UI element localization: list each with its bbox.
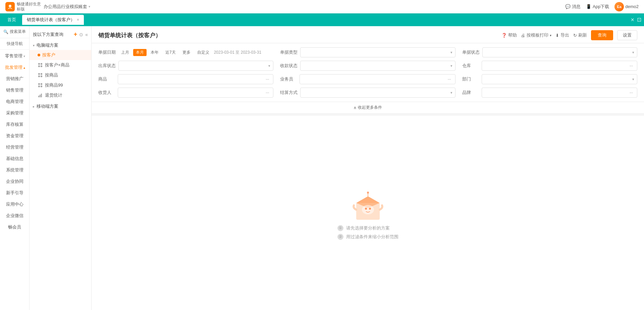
- sidebar-item-system[interactable]: 系统管理: [0, 164, 29, 176]
- panel-actions: + ⊙ «: [74, 31, 88, 38]
- sidebar-item-cooperation[interactable]: 企业协同: [0, 176, 29, 187]
- sidebar-item-member[interactable]: 畅会员: [0, 221, 29, 233]
- filter-group-order-type: 单据类型: [280, 47, 455, 57]
- scheme-group-desktop-header[interactable]: ▾ 电脑端方案: [30, 41, 91, 50]
- date-tab-more[interactable]: 更多: [180, 49, 193, 56]
- settings-button[interactable]: 设置: [617, 30, 637, 40]
- export-btn[interactable]: ⬇ 导出: [555, 32, 569, 38]
- order-status-arrow: [632, 50, 634, 55]
- brand-more-btn[interactable]: ···: [628, 90, 634, 95]
- help-btn[interactable]: ❓ 帮助: [501, 32, 517, 38]
- brand-control[interactable]: ···: [482, 88, 637, 98]
- collection-status-control[interactable]: [300, 61, 455, 71]
- empty-tip-1: ① 请先选择要分析的方案: [337, 225, 398, 231]
- refresh-btn[interactable]: ↻ 刷新: [573, 32, 587, 38]
- svg-rect-5: [38, 73, 40, 75]
- settlement-arrow: [450, 91, 452, 95]
- department-control[interactable]: [482, 74, 637, 84]
- system-title[interactable]: 办公用品行业模拟账套: [44, 4, 90, 10]
- query-button[interactable]: 查询: [591, 30, 613, 40]
- filter-group-receiver: 收货人 ···: [98, 88, 273, 98]
- date-tab-this-month[interactable]: 本月: [133, 49, 147, 56]
- svg-rect-12: [41, 86, 42, 87]
- settlement-control[interactable]: [300, 88, 455, 98]
- svg-rect-13: [38, 96, 39, 97]
- tab-home[interactable]: 首页: [3, 15, 21, 25]
- panel-add-btn[interactable]: +: [74, 31, 77, 38]
- user-menu[interactable]: Ea demo2: [614, 2, 639, 11]
- sidebar-item-finance[interactable]: 资金管理: [0, 130, 29, 142]
- date-tab-7days[interactable]: 近7天: [163, 49, 178, 56]
- salesperson-more-btn[interactable]: ···: [446, 77, 452, 82]
- warehouse-more-btn[interactable]: ···: [628, 63, 634, 68]
- sidebar-item-retail[interactable]: 零售管理: [0, 50, 29, 62]
- message-icon: 💬: [565, 4, 571, 9]
- tab-active[interactable]: 销货单统计表（按客户） ×: [22, 15, 84, 25]
- receiver-more-btn[interactable]: ···: [264, 90, 270, 95]
- panel-title: 按以下方案查询: [33, 32, 63, 38]
- date-tab-this-year[interactable]: 本年: [148, 49, 161, 56]
- empty-tips: ① 请先选择要分析的方案 ② 用过滤条件来缩小分析范围: [337, 225, 398, 240]
- order-type-control[interactable]: [300, 47, 455, 57]
- sidebar-item-sales[interactable]: 销售管理: [0, 85, 29, 96]
- sidebar-item-inventory[interactable]: 库存核算: [0, 119, 29, 130]
- sidebar: 🔍 搜索菜单 快捷导航 零售管理 批发管理 ▴ 营销推广 销售管理 电商管: [0, 26, 30, 310]
- svg-point-0: [9, 5, 11, 7]
- scheme-item-customer-goods[interactable]: 按客户+商品: [30, 60, 91, 70]
- tab-close-window-btn[interactable]: ×: [631, 16, 634, 23]
- order-type-arrow: [450, 50, 452, 55]
- app-download-icon: 📱: [586, 4, 591, 9]
- filter-group-out-status: 出库状态: [98, 61, 273, 71]
- scheme-item-return-stats[interactable]: 退货统计: [30, 90, 91, 100]
- sidebar-item-ecommerce[interactable]: 电商管理: [0, 96, 29, 107]
- svg-point-19: [362, 205, 374, 214]
- salesperson-control[interactable]: ···: [300, 74, 455, 84]
- page-actions: ❓ 帮助 🖨 按模板打印 ⬇ 导出 ↻ 刷新 查询 设置: [501, 30, 637, 40]
- sidebar-item-purchase[interactable]: 采购管理: [0, 107, 29, 119]
- print-icon: 🖨: [521, 33, 525, 38]
- svg-rect-4: [41, 65, 42, 67]
- svg-rect-1: [38, 63, 40, 65]
- receiver-control[interactable]: ···: [118, 88, 273, 98]
- panel-collapse-btn[interactable]: «: [85, 32, 88, 37]
- out-status-control[interactable]: [118, 61, 273, 71]
- scheme-item-by-goods[interactable]: 按商品: [30, 70, 91, 80]
- sidebar-item-marketing[interactable]: 营销推广: [0, 73, 29, 85]
- order-status-control[interactable]: [482, 47, 637, 57]
- empty-state: ① 请先选择要分析的方案 ② 用过滤条件来缩小分析范围: [92, 116, 644, 310]
- goods-control[interactable]: ···: [118, 74, 273, 84]
- sidebar-item-newbie[interactable]: 新手引导: [0, 187, 29, 199]
- sidebar-item-wechat[interactable]: 企业微信: [0, 210, 29, 221]
- sidebar-item-shortcut[interactable]: 快捷导航: [0, 39, 29, 49]
- warehouse-control[interactable]: ···: [482, 61, 637, 71]
- sidebar-item-operations[interactable]: 经营管理: [0, 142, 29, 153]
- collection-status-arrow: [450, 64, 452, 68]
- svg-rect-2: [41, 63, 42, 65]
- svg-point-21: [369, 208, 371, 210]
- scheme-item-by-customer[interactable]: 按客户: [30, 50, 91, 60]
- date-tab-custom[interactable]: 自定义: [195, 49, 212, 56]
- template-print-arrow: [550, 34, 551, 37]
- sidebar-item-wholesale[interactable]: 批发管理 ▴: [0, 62, 29, 73]
- out-status-arrow: [268, 64, 270, 68]
- template-print-btn[interactable]: 🖨 按模板打印: [521, 32, 551, 38]
- logo-text: 畅捷通好生意 标版: [17, 2, 41, 11]
- sidebar-item-appcenter[interactable]: 应用中心: [0, 199, 29, 210]
- svg-rect-9: [38, 83, 40, 85]
- page-header: 销货单统计表（按客户） ❓ 帮助 🖨 按模板打印 ⬇ 导出 ↻ 刷新: [92, 26, 644, 43]
- message-btn[interactable]: 💬 消息: [565, 4, 581, 10]
- svg-rect-10: [41, 83, 42, 85]
- svg-rect-8: [41, 75, 42, 77]
- panel-settings-btn[interactable]: ⊙: [79, 32, 83, 37]
- app-download-btn[interactable]: 📱 App下载: [586, 4, 609, 10]
- scheme-item-by-goods99[interactable]: 按商品99: [30, 80, 91, 90]
- date-tab-last-month[interactable]: 上月: [118, 49, 132, 56]
- collapse-more-btn[interactable]: ∧ 收起更多条件: [92, 102, 644, 113]
- sidebar-search[interactable]: 🔍 搜索菜单: [0, 26, 29, 37]
- goods-more-btn[interactable]: ···: [264, 77, 270, 82]
- date-range-value[interactable]: 2023-03-01 至 2023-03-31: [214, 50, 261, 55]
- tab-maximize-btn[interactable]: ⊡: [637, 16, 641, 23]
- sidebar-item-basic[interactable]: 基础信息: [0, 153, 29, 164]
- tab-close-btn[interactable]: ×: [77, 18, 79, 22]
- scheme-group-mobile-header[interactable]: ▸ 移动端方案: [30, 102, 91, 111]
